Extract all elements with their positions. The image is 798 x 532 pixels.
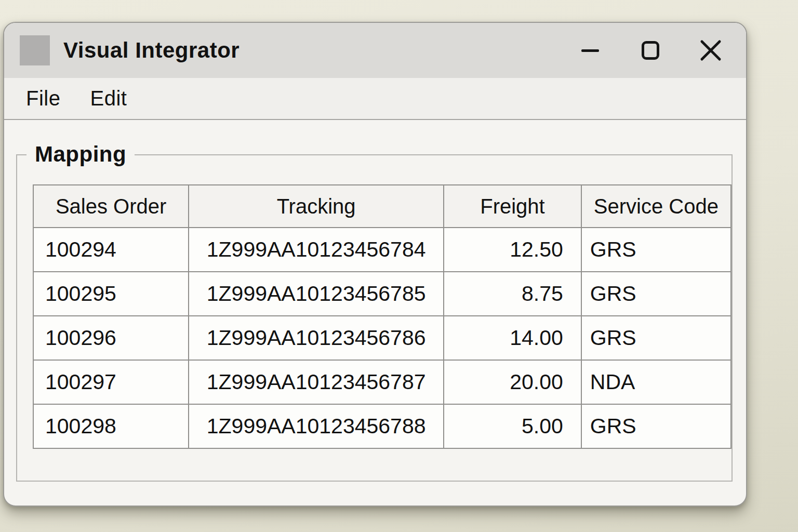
column-header-tracking: Tracking <box>189 185 444 228</box>
table-header-row: Sales Order Tracking Freight Service Cod… <box>33 185 731 228</box>
cell-tracking[interactable]: 1Z999AA10123456787 <box>189 360 444 404</box>
mapping-groupbox-label: Mapping <box>26 140 135 168</box>
titlebar[interactable]: Visual Integrator <box>4 23 746 78</box>
cell-sales-order[interactable]: 100298 <box>33 404 189 448</box>
window-controls <box>570 31 746 70</box>
table-row: 100295 1Z999AA10123456785 8.75 GRS <box>33 272 731 316</box>
cell-tracking[interactable]: 1Z999AA10123456786 <box>189 316 444 360</box>
desktop-background: Visual Integrator File Edit <box>0 0 798 532</box>
cell-freight[interactable]: 8.75 <box>444 272 581 316</box>
close-icon <box>700 39 722 61</box>
cell-tracking[interactable]: 1Z999AA10123456788 <box>189 404 444 448</box>
cell-service-code[interactable]: GRS <box>581 316 731 360</box>
cell-service-code[interactable]: GRS <box>581 272 731 316</box>
mapping-groupbox: Mapping Sales Order Tracking Freight Ser… <box>16 154 733 482</box>
menu-item-file[interactable]: File <box>26 87 60 110</box>
table-row: 100297 1Z999AA10123456787 20.00 NDA <box>33 360 731 404</box>
table-row: 100294 1Z999AA10123456784 12.50 GRS <box>33 228 731 272</box>
cell-sales-order[interactable]: 100296 <box>33 316 189 360</box>
app-icon[interactable] <box>20 35 50 65</box>
mapping-table: Sales Order Tracking Freight Service Cod… <box>33 184 732 449</box>
cell-sales-order[interactable]: 100297 <box>33 360 189 404</box>
cell-freight[interactable]: 12.50 <box>444 228 581 272</box>
maximize-button[interactable] <box>631 31 670 70</box>
menubar: File Edit <box>4 78 746 120</box>
minimize-icon <box>581 49 599 52</box>
menu-item-edit[interactable]: Edit <box>90 87 127 110</box>
cell-freight[interactable]: 20.00 <box>444 360 581 404</box>
cell-tracking[interactable]: 1Z999AA10123456784 <box>189 228 444 272</box>
cell-freight[interactable]: 14.00 <box>444 316 581 360</box>
cell-service-code[interactable]: NDA <box>581 360 731 404</box>
cell-service-code[interactable]: GRS <box>581 404 731 448</box>
close-button[interactable] <box>691 31 730 70</box>
column-header-service-code: Service Code <box>581 185 731 228</box>
table-row: 100298 1Z999AA10123456788 5.00 GRS <box>33 404 731 448</box>
cell-sales-order[interactable]: 100294 <box>33 228 189 272</box>
window-title: Visual Integrator <box>63 38 240 63</box>
column-header-sales-order: Sales Order <box>33 185 189 228</box>
cell-sales-order[interactable]: 100295 <box>33 272 189 316</box>
cell-freight[interactable]: 5.00 <box>444 404 581 448</box>
window-content: Mapping Sales Order Tracking Freight Ser… <box>4 120 746 504</box>
table-row: 100296 1Z999AA10123456786 14.00 GRS <box>33 316 731 360</box>
cell-tracking[interactable]: 1Z999AA10123456785 <box>189 272 444 316</box>
column-header-freight: Freight <box>444 185 581 228</box>
maximize-icon <box>642 41 659 60</box>
minimize-button[interactable] <box>570 31 610 70</box>
cell-service-code[interactable]: GRS <box>581 228 731 272</box>
visual-integrator-window: Visual Integrator File Edit <box>3 22 747 507</box>
